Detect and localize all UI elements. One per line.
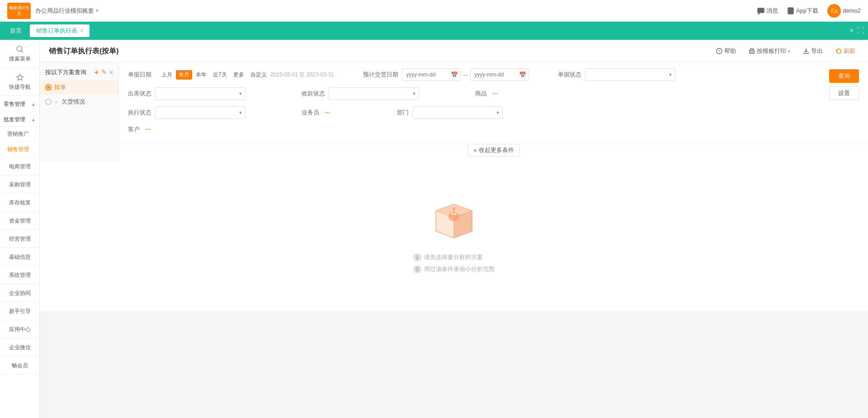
quick-date-this-year[interactable]: 本年 [193, 70, 209, 80]
empty-steps-list: 1 请先选择要分析的方案 2 用过滤条件来缩小分析范围 [413, 252, 495, 275]
quick-date-last-month[interactable]: 上月 [159, 70, 175, 80]
sidebar-system-label: 系统管理 [9, 271, 31, 279]
page-title-bar: 销售订单执行表(按单) ? 帮助 按模板打印 ▾ 导出 [40, 40, 868, 62]
date-range-expected: 📅 — 📅 [402, 68, 529, 81]
scheme-edit-btn[interactable]: ✎ [101, 68, 107, 76]
sidebar-item-wechat[interactable]: 企业微信 [0, 338, 39, 356]
filter-action-col: 查询 设置 [829, 68, 859, 100]
quick-date-last7days[interactable]: 近7天 [210, 70, 230, 80]
scheme-collapse-btn[interactable]: « [109, 68, 113, 76]
tab-home[interactable]: 首页 [4, 24, 28, 37]
quick-date-custom[interactable]: 自定义 [248, 70, 269, 80]
sidebar-item-enterprise[interactable]: 企业协同 [0, 284, 39, 302]
quick-date-this-month[interactable]: 本月 [176, 70, 192, 80]
help-btn[interactable]: ? 帮助 [712, 45, 740, 57]
nav-title[interactable]: 办公用品行业模拟账套 ▾ [35, 7, 99, 15]
delivery-status-label: 出库状态 [128, 90, 151, 98]
sidebar-item-finance[interactable]: 资金管理 [0, 212, 39, 230]
sidebar-item-inventory[interactable]: 库存核算 [0, 194, 39, 212]
status-select[interactable] [585, 68, 675, 81]
empty-step2-text: 用过滤条件来缩小分析范围 [424, 263, 495, 275]
date-range-text: 2023-03-01 至 2023-03-31 [270, 71, 334, 79]
payment-select[interactable] [329, 87, 419, 100]
maximize-icon[interactable]: ⛶ [857, 27, 864, 34]
sidebar-item-wholesale[interactable]: 批发管理 ▲ [0, 111, 39, 127]
user-menu[interactable]: Ea demo2 [827, 4, 861, 18]
export-btn[interactable]: 导出 [799, 45, 826, 57]
close-window-icon[interactable]: × [849, 27, 854, 34]
sidebar-item-members[interactable]: 畅会员 [0, 356, 39, 375]
svg-text:?: ? [718, 49, 720, 54]
sidebar-item-system[interactable]: 系统管理 [0, 266, 39, 284]
page-title: 销售订单执行表(按单) [49, 47, 119, 56]
customer-picker-btn[interactable]: ··· [143, 126, 152, 133]
filter-dept-field: 部门 [397, 106, 503, 119]
empty-step1-text: 请先选择要分析的方案 [424, 252, 483, 263]
tab-active[interactable]: 销售订单执行表 × [30, 24, 90, 37]
step-num-2: 2 [413, 265, 421, 273]
filter-section: 单据日期 上月 本月 本年 近7天 更多 自定义 [119, 62, 868, 161]
filter-row-4: 客户 ··· [128, 125, 820, 133]
date-start-input[interactable] [402, 68, 461, 81]
sidebar-sales-label: 销售管理 [7, 146, 29, 153]
quick-date-more[interactable]: 更多 [231, 70, 247, 80]
refresh-btn[interactable]: 刷新 [832, 45, 859, 57]
scheme-item-欠货情况[interactable]: ⟳ 欠货情况 [40, 95, 118, 109]
sidebar-item-newbie[interactable]: 新手引导 [0, 302, 39, 320]
sidebar-item-basics[interactable]: 基础信息 [0, 248, 39, 266]
scheme-item-arrow-icon: ⟳ [54, 100, 58, 104]
svg-rect-0 [758, 8, 764, 13]
svg-point-17 [453, 207, 455, 210]
sidebar-marketing-label: 营销推广 [7, 130, 29, 138]
scheme-item-circle [45, 99, 52, 105]
help-icon: ? [716, 48, 722, 54]
print-btn[interactable]: 按模板打印 ▾ [745, 45, 794, 57]
exec-status-label: 执行状态 [128, 109, 151, 117]
sidebar-wholesale-label: 批发管理 [4, 116, 25, 124]
customer-label: 客户 [128, 125, 140, 133]
page-panel: 销售订单执行表(按单) ? 帮助 按模板打印 ▾ 导出 [40, 40, 868, 311]
step-num-1: 1 [413, 253, 421, 261]
svg-point-2 [17, 46, 22, 51]
tab-close-btn[interactable]: × [80, 28, 83, 33]
sidebar-item-apps[interactable]: 应用中心 [0, 320, 39, 338]
star-icon [16, 73, 24, 81]
message-btn[interactable]: 消息 [757, 7, 778, 15]
sidebar-item-ecommerce[interactable]: 电商管理 [0, 157, 39, 176]
chevron-up-icon-wholesale: ▲ [31, 117, 36, 122]
top-header: 畅捷通好生意 办公用品行业模拟账套 ▾ 消息 App下载 Ea demo2 [0, 0, 868, 22]
sidebar-item-purchase[interactable]: 采购管理 [0, 176, 39, 194]
sidebar-search[interactable]: 搜索菜单 [0, 40, 39, 68]
exec-select[interactable] [155, 106, 245, 119]
expected-date-label: 预计交货日期 [363, 71, 398, 79]
settings-btn[interactable]: 设置 [829, 86, 859, 100]
sidebar-ecommerce-label: 电商管理 [9, 163, 31, 171]
scheme-item-按单[interactable]: 按单 [40, 80, 118, 95]
sidebar-item-sales[interactable]: 销售管理 [0, 142, 39, 157]
status-label: 单据状态 [558, 71, 581, 79]
scheme-add-btn[interactable]: + [94, 68, 99, 76]
filter-status-field: 单据状态 [558, 68, 675, 81]
date-start-wrapper: 📅 [402, 68, 461, 81]
sidebar-item-retail[interactable]: 零售管理 ▲ [0, 96, 39, 111]
dept-select[interactable] [412, 106, 503, 119]
sidebar-wechat-label: 企业微信 [9, 344, 31, 352]
delivery-select[interactable] [155, 87, 245, 100]
sidebar-quick-nav[interactable]: 快捷导航 [0, 68, 39, 96]
date-end-input[interactable] [470, 68, 529, 81]
nav-dropdown-icon: ▾ [96, 8, 99, 14]
scheme-panel: 按以下方案查询 + ✎ « 按单 [40, 62, 119, 161]
middle-area: 按以下方案查询 + ✎ « 按单 [40, 62, 868, 161]
logo-text: 畅捷通好生意 [7, 5, 31, 16]
sidebar-operations-label: 经营管理 [9, 235, 31, 243]
app-download-btn[interactable]: App下载 [787, 7, 818, 15]
collapse-btn[interactable]: ∧ 收起更多条件 [467, 144, 520, 157]
status-select-wrapper [585, 68, 675, 81]
sidebar-item-marketing[interactable]: 营销推广 [0, 127, 39, 142]
salesperson-picker-btn[interactable]: ··· [323, 109, 332, 116]
sidebar-item-operations[interactable]: 经营管理 [0, 230, 39, 248]
goods-picker-btn[interactable]: ··· [491, 90, 500, 97]
search-btn[interactable]: 查询 [829, 69, 859, 83]
empty-illustration [427, 197, 481, 242]
app-download-label: App下载 [796, 7, 818, 15]
